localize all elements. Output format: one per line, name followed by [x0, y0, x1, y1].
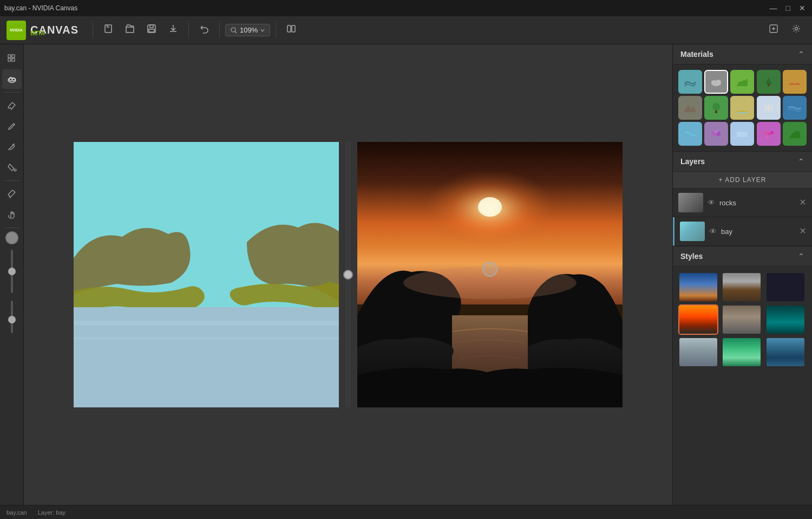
canvas-area — [24, 44, 672, 505]
material-water[interactable] — [678, 70, 702, 94]
layers-section: Layers ⌃ + ADD LAYER 👁 rocks 👁 bay — [673, 151, 812, 246]
material-flowers[interactable] — [757, 122, 781, 146]
layer-thumbnail-bay — [680, 222, 705, 241]
open-file-button[interactable] — [120, 20, 140, 40]
layer-visibility-bay[interactable]: 👁 — [709, 227, 717, 236]
materials-collapse-button[interactable]: ⌃ — [798, 50, 804, 59]
styles-collapse-button[interactable]: ⌃ — [798, 252, 804, 261]
layer-delete-rocks[interactable] — [799, 198, 807, 207]
settings-button[interactable] — [787, 21, 806, 40]
statusbar-filename-text: bay.can — [6, 509, 27, 516]
save-button[interactable] — [142, 20, 161, 40]
styles-header[interactable]: Styles ⌃ — [673, 246, 812, 267]
brush-tool-button[interactable] — [2, 96, 22, 115]
layers-collapse-button[interactable]: ⌃ — [798, 157, 804, 166]
style-dark[interactable] — [765, 272, 806, 302]
new-file-button[interactable] — [99, 20, 118, 40]
styles-section: Styles ⌃ — [673, 246, 812, 373]
style-rocky[interactable] — [722, 304, 762, 335]
hand-tool-button[interactable] — [2, 205, 22, 224]
material-jungle[interactable] — [783, 122, 807, 146]
layers-header[interactable]: Layers ⌃ — [673, 152, 812, 172]
pencil-tool-button[interactable] — [2, 116, 22, 136]
svg-point-4 — [231, 28, 235, 32]
material-beach[interactable] — [730, 96, 754, 120]
minimize-button[interactable]: — — [768, 4, 780, 12]
toolbar-separator-1 — [93, 23, 93, 38]
svg-rect-10 — [12, 55, 15, 57]
app-badge: BETA — [30, 31, 78, 36]
zoom-level: 109% — [240, 26, 258, 34]
tool-separator-1 — [4, 92, 19, 93]
divider-handle[interactable] — [343, 270, 353, 280]
style-lake[interactable] — [765, 337, 806, 367]
photo-drag-handle[interactable] — [482, 262, 497, 277]
svg-rect-32 — [74, 321, 339, 325]
eraser-tool-button[interactable] — [2, 137, 22, 157]
cloud-tool-button[interactable] — [2, 69, 22, 89]
titlebar-controls: — □ ✕ — [768, 4, 808, 12]
statusbar-coords: Layer: bay — [38, 509, 66, 516]
photo-canvas[interactable] — [357, 142, 623, 407]
material-tree[interactable] — [704, 96, 728, 120]
left-sidebar — [0, 44, 24, 505]
layer-item-bay[interactable]: 👁 bay — [673, 217, 812, 246]
opacity-slider[interactable] — [11, 301, 13, 333]
style-tropical[interactable] — [722, 337, 762, 367]
style-cloudy[interactable] — [722, 272, 762, 302]
material-forest[interactable] — [757, 70, 781, 94]
svg-point-54 — [712, 103, 720, 111]
toolbar-right — [764, 21, 806, 40]
canvas-wrapper — [74, 142, 623, 407]
maximize-button[interactable]: □ — [784, 4, 793, 12]
statusbar-layer-text: Layer: bay — [38, 509, 66, 516]
fill-tool-button[interactable] — [2, 158, 22, 177]
layer-name-rocks: rocks — [719, 199, 795, 207]
main: Materials ⌃ — [0, 44, 812, 505]
material-ocean[interactable] — [783, 96, 807, 120]
materials-header[interactable]: Materials ⌃ — [673, 44, 812, 64]
material-cloud[interactable] — [704, 70, 728, 94]
material-snow[interactable] — [757, 96, 781, 120]
style-blue-sky[interactable] — [678, 272, 718, 302]
undo-button[interactable] — [194, 20, 214, 40]
export-button[interactable] — [163, 20, 183, 40]
notification-button[interactable] — [764, 21, 783, 40]
svg-point-46 — [478, 197, 502, 217]
add-layer-button[interactable]: + ADD LAYER — [673, 172, 812, 189]
close-button[interactable]: ✕ — [797, 4, 808, 12]
layer-item-rocks[interactable]: 👁 rocks — [673, 189, 812, 217]
material-ice[interactable] — [730, 122, 754, 146]
color-picker[interactable] — [5, 231, 18, 244]
material-desert[interactable] — [783, 70, 807, 94]
svg-rect-6 — [292, 25, 295, 32]
zoom-control[interactable]: 109% — [225, 24, 270, 36]
right-panel: Materials ⌃ — [672, 44, 812, 505]
statusbar-filename: bay.can — [6, 509, 27, 516]
toolbar-separator-3 — [219, 23, 220, 38]
dropper-tool-button[interactable] — [2, 184, 22, 204]
grid-tool-button[interactable] — [2, 49, 22, 68]
layer-visibility-rocks[interactable]: 👁 — [708, 198, 715, 207]
brush-size-thumb — [8, 268, 16, 275]
material-mountain[interactable] — [678, 96, 702, 120]
material-river[interactable] — [678, 122, 702, 146]
styles-grid — [673, 267, 812, 373]
titlebar-left: bay.can - NVIDIA Canvas — [4, 4, 77, 12]
materials-grid — [673, 64, 812, 151]
svg-point-66 — [770, 131, 774, 134]
drawing-canvas[interactable] — [74, 142, 339, 407]
style-sunset[interactable] — [678, 304, 718, 335]
compare-button[interactable] — [281, 20, 301, 40]
svg-rect-53 — [768, 84, 770, 86]
layer-thumbnail-rocks — [678, 193, 703, 212]
drawing-canvas-surface[interactable] — [74, 142, 339, 407]
style-teal[interactable] — [765, 304, 806, 335]
style-mist[interactable] — [678, 337, 718, 367]
canvas-divider[interactable] — [345, 142, 351, 407]
materials-title: Materials — [680, 50, 713, 59]
layer-delete-bay[interactable] — [799, 227, 807, 236]
material-lavender[interactable] — [704, 122, 728, 146]
brush-size-slider[interactable] — [11, 250, 13, 293]
material-grass[interactable] — [730, 70, 754, 94]
